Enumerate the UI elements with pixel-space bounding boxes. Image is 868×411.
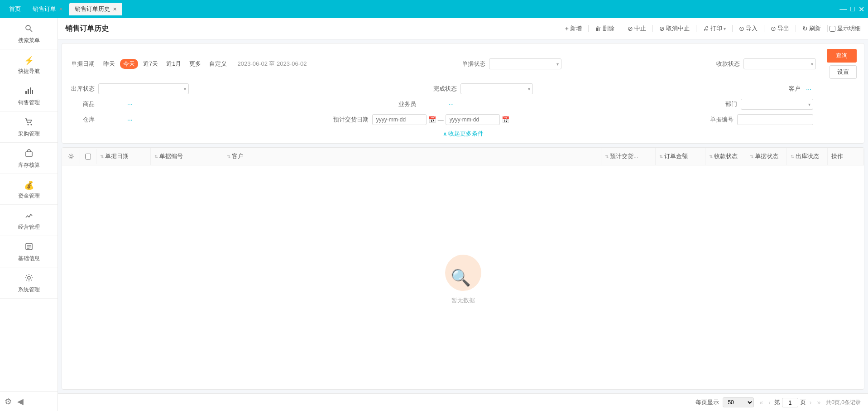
- sidebar-item-finance-label: 资金管理: [18, 192, 40, 200]
- tab-sales-order-close[interactable]: ✕: [59, 6, 63, 12]
- settings-button[interactable]: 设置: [830, 65, 857, 79]
- th-receipt-status[interactable]: ⇅ 收款状态: [705, 148, 746, 165]
- tab-home[interactable]: 首页: [4, 3, 26, 15]
- next-page-btn[interactable]: ›: [808, 398, 814, 407]
- add-icon: +: [565, 25, 569, 32]
- out-status-select[interactable]: [98, 83, 189, 94]
- sidebar-item-operations-label: 经营管理: [18, 223, 40, 231]
- maximize-btn[interactable]: □: [850, 5, 855, 13]
- sidebar-item-inventory[interactable]: 库存核算: [0, 143, 58, 174]
- purchase-mgmt-icon: [25, 118, 33, 128]
- finance-icon: 💰: [24, 180, 34, 190]
- cancel-stop-button[interactable]: ⊘ 取消中止: [655, 23, 694, 34]
- complete-status-select[interactable]: [460, 83, 533, 94]
- query-button[interactable]: 查询: [827, 49, 857, 63]
- page-title: 销售订单历史: [65, 24, 557, 34]
- sidebar-item-search-menu[interactable]: 搜索菜单: [0, 18, 58, 49]
- add-label: 新增: [570, 24, 582, 33]
- export-button[interactable]: ⊙ 导出: [766, 23, 794, 34]
- th-outstatus-sort-icon: ⇅: [791, 154, 794, 159]
- th-out-status[interactable]: ⇅ 出库状态: [787, 148, 828, 165]
- date-tab-custom[interactable]: 自定义: [206, 59, 230, 69]
- expected-date-from-cal-icon[interactable]: 📅: [428, 116, 436, 123]
- th-amount[interactable]: ⇅ 订单金额: [656, 148, 705, 165]
- sidebar-item-finance[interactable]: 💰 资金管理: [0, 174, 58, 205]
- delete-button[interactable]: 🗑 删除: [590, 23, 619, 34]
- th-docno[interactable]: ⇅ 单据编号: [151, 148, 223, 165]
- th-delivery[interactable]: ⇅ 预计交货...: [601, 148, 656, 165]
- sidebar-item-sales-mgmt[interactable]: 销售管理: [0, 80, 58, 111]
- sidebar-collapse-icon[interactable]: ◀: [17, 396, 24, 406]
- sidebar-item-operations[interactable]: 经营管理: [0, 205, 58, 236]
- show-detail-checkbox[interactable]: [830, 26, 835, 32]
- goods-dots-btn[interactable]: ···: [125, 101, 134, 108]
- salesperson-dots-btn[interactable]: ···: [447, 101, 456, 108]
- warehouse-dots-btn[interactable]: ···: [125, 116, 134, 123]
- th-settings[interactable]: [62, 149, 80, 164]
- sidebar-item-purchase-mgmt[interactable]: 采购管理: [0, 111, 58, 143]
- select-all-checkbox[interactable]: [85, 154, 91, 160]
- th-date[interactable]: ⇅ 单据日期: [96, 148, 151, 165]
- date-tab-today[interactable]: 今天: [120, 59, 138, 69]
- add-button[interactable]: + 新增: [561, 23, 586, 34]
- tab-sales-order-label: 销售订单: [33, 5, 56, 13]
- close-btn[interactable]: ✕: [858, 5, 864, 14]
- minimize-btn[interactable]: —: [839, 5, 847, 13]
- tab-sales-order-history-close[interactable]: ✕: [113, 6, 117, 12]
- sidebar-item-search-menu-label: 搜索菜单: [18, 37, 40, 44]
- filter-doc-status-item: 单据状态 ▾: [460, 58, 561, 69]
- collapse-label: 收起更多条件: [448, 130, 484, 138]
- department-select[interactable]: [741, 99, 813, 110]
- filter-row-4: 仓库 ··· 预计交货日期 📅 — 📅 单据编号: [69, 114, 857, 125]
- last-page-btn[interactable]: »: [815, 398, 823, 407]
- import-button[interactable]: ⊙ 导入: [734, 23, 762, 34]
- tab-sales-order[interactable]: 销售订单 ✕: [27, 3, 68, 15]
- sidebar-item-base-info[interactable]: 基础信息: [0, 236, 58, 267]
- sep3: [652, 25, 653, 32]
- filter-department-label: 部门: [712, 100, 737, 108]
- show-detail-checkbox-label[interactable]: 显示明细: [830, 24, 861, 33]
- doc-status-select[interactable]: [489, 58, 561, 69]
- expected-date-to-cal-icon[interactable]: 📅: [502, 116, 509, 123]
- docno-input[interactable]: [737, 114, 813, 125]
- stop-button[interactable]: ⊘ 中止: [623, 23, 651, 34]
- collapse-btn[interactable]: ∧ 收起更多条件: [443, 130, 484, 138]
- sidebar-settings-icon[interactable]: ⚙: [5, 396, 12, 406]
- date-dash: —: [438, 116, 444, 123]
- th-customer[interactable]: ⇅ 客户: [223, 148, 601, 165]
- svg-point-6: [27, 124, 29, 126]
- sidebar-item-sales-mgmt-label: 销售管理: [18, 99, 40, 106]
- current-page-input[interactable]: [782, 398, 798, 407]
- th-ops-label: 操作: [831, 152, 843, 160]
- date-tab-last1m[interactable]: 近1月: [163, 59, 184, 69]
- sidebar-item-system-mgmt[interactable]: 系统管理: [0, 267, 58, 299]
- svg-rect-9: [26, 243, 32, 250]
- date-tab-last7[interactable]: 近7天: [140, 59, 161, 69]
- filter-receipt-status-label: 收款状态: [715, 60, 740, 68]
- date-tab-more[interactable]: 更多: [186, 59, 204, 69]
- first-page-btn[interactable]: «: [758, 398, 765, 407]
- receipt-status-select[interactable]: [743, 58, 816, 69]
- th-receipt-label: 收款状态: [714, 152, 738, 160]
- date-range-text: 2023-06-02 至 2023-06-02: [237, 60, 307, 68]
- export-label: 导出: [777, 24, 789, 33]
- customer-dots-btn[interactable]: ···: [804, 85, 813, 92]
- refresh-button[interactable]: ↻ 刷新: [798, 23, 825, 34]
- tab-sales-order-history-label: 销售订单历史: [75, 5, 110, 13]
- sidebar-item-quick-nav[interactable]: ⚡ 快捷导航: [0, 49, 58, 80]
- filter-out-status-item: 出库状态 ▾: [69, 83, 189, 94]
- filter-actions: 查询 设置: [827, 49, 857, 79]
- base-info-icon: [25, 242, 33, 253]
- th-checkbox[interactable]: [80, 149, 96, 164]
- filter-date-item: 单据日期 昨天 今天 近7天: [69, 59, 307, 69]
- tab-sales-order-history[interactable]: 销售订单历史 ✕: [69, 3, 122, 15]
- expected-date-to-input[interactable]: [446, 114, 500, 125]
- top-bar: 首页 销售订单 ✕ 销售订单历史 ✕ — □ ✕: [0, 0, 868, 18]
- date-tab-yesterday[interactable]: 昨天: [100, 59, 118, 69]
- prev-page-btn[interactable]: ‹: [767, 398, 772, 407]
- print-button[interactable]: 🖨 打印 ▾: [698, 23, 730, 34]
- page-size-select[interactable]: 50 10 20 100: [723, 397, 754, 407]
- expected-date-from-input[interactable]: [372, 114, 427, 125]
- th-doc-status[interactable]: ⇅ 单据状态: [746, 148, 787, 165]
- filter-customer-item: 客户 ···: [775, 85, 813, 93]
